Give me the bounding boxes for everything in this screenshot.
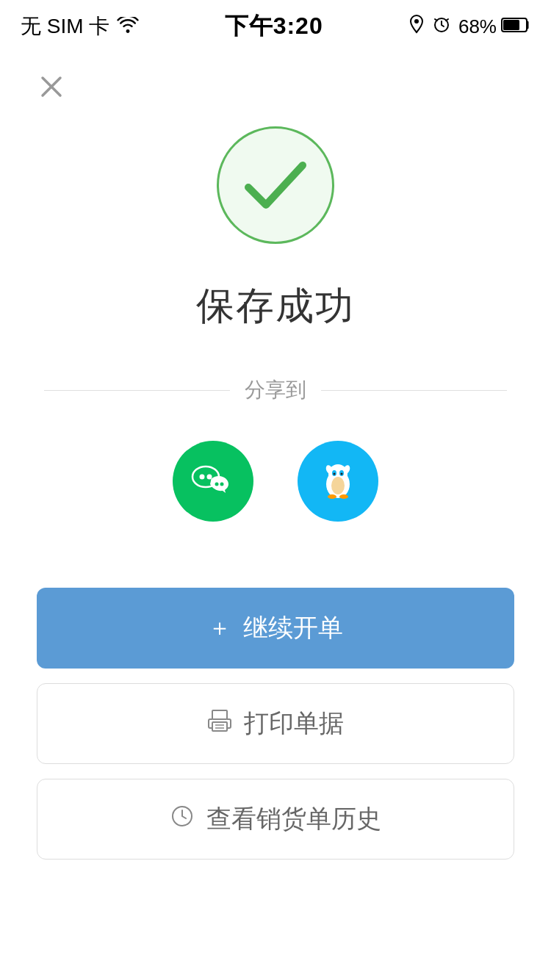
divider-left	[44, 390, 230, 391]
continue-label: 继续开单	[243, 611, 343, 645]
qq-share-button[interactable]	[298, 441, 378, 522]
share-section: 分享到	[0, 376, 551, 522]
divider-right	[321, 390, 507, 391]
svg-point-15	[334, 473, 336, 475]
battery-block: 68%	[458, 15, 530, 38]
history-button[interactable]: 查看销货单历史	[37, 779, 514, 860]
status-right: 68%	[408, 15, 530, 39]
wifi-icon	[117, 15, 139, 38]
status-left: 无 SIM 卡	[21, 12, 139, 40]
location-icon	[408, 15, 425, 39]
svg-point-9	[215, 483, 219, 486]
print-label: 打印单据	[244, 707, 344, 741]
print-icon	[207, 708, 232, 739]
svg-rect-22	[212, 710, 227, 719]
plus-icon: ＋	[208, 612, 231, 644]
battery-percent: 68%	[458, 15, 497, 38]
svg-rect-3	[503, 20, 519, 30]
svg-point-20	[328, 494, 336, 499]
svg-point-8	[207, 475, 212, 480]
wechat-share-button[interactable]	[173, 441, 253, 522]
action-buttons: ＋ 继续开单 打印单据	[0, 588, 551, 860]
history-label: 查看销货单历史	[206, 802, 381, 836]
battery-icon	[501, 15, 530, 38]
svg-point-19	[331, 477, 345, 494]
continue-button[interactable]: ＋ 继续开单	[37, 588, 514, 669]
svg-point-21	[339, 494, 348, 499]
svg-point-7	[200, 475, 205, 480]
svg-point-16	[341, 473, 343, 475]
carrier-text: 无 SIM 卡	[21, 12, 109, 40]
status-bar: 无 SIM 卡 下午3:20	[0, 0, 551, 53]
main-content: 保存成功 分享到	[0, 53, 551, 860]
svg-rect-23	[212, 722, 227, 731]
success-title: 保存成功	[196, 281, 355, 332]
clock-icon	[170, 804, 195, 835]
share-label: 分享到	[245, 376, 306, 404]
success-icon-circle	[217, 126, 334, 244]
print-button[interactable]: 打印单据	[37, 683, 514, 764]
svg-point-0	[414, 19, 419, 24]
close-button[interactable]	[29, 65, 73, 109]
status-time: 下午3:20	[225, 10, 323, 43]
svg-point-10	[220, 483, 224, 486]
alarm-icon	[432, 15, 451, 39]
share-divider: 分享到	[44, 376, 507, 404]
share-icons	[44, 441, 507, 522]
